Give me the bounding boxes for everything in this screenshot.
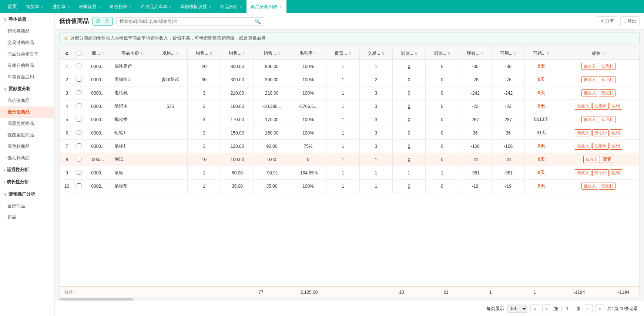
- row-checkbox-cell[interactable]: [74, 166, 84, 180]
- col-s1[interactable]: 销售... ⇅: [188, 47, 221, 60]
- close-analysis-list-tab[interactable]: ×: [279, 4, 282, 9]
- col-browse1[interactable]: 浏览... ⇅: [393, 47, 426, 60]
- row-checkbox-cell[interactable]: [74, 153, 84, 166]
- sidebar-section-marketing[interactable]: ∨ 营销推广分析: [0, 188, 54, 200]
- sidebar-section-overall[interactable]: ∨ 整体信息: [0, 13, 54, 26]
- sidebar-section-flow[interactable]: › 流通性分析: [0, 164, 54, 176]
- nav-product-stock[interactable]: 产成品入库单×: [136, 0, 176, 13]
- row-checkbox-cell[interactable]: [74, 126, 84, 140]
- sidebar-item-low-value[interactable]: 低价值商品: [0, 106, 54, 118]
- row-checkbox-cell[interactable]: [74, 100, 84, 113]
- row-browse1[interactable]: 1: [393, 166, 426, 180]
- export-button[interactable]: ↓ 导出: [620, 16, 640, 26]
- sidebar-item-all-products[interactable]: 全部商品: [0, 200, 54, 212]
- filter-period-button[interactable]: 近一月: [93, 17, 113, 26]
- row-checkbox-cell[interactable]: [74, 140, 84, 153]
- row-browse1[interactable]: 0: [393, 100, 426, 113]
- nav-sales[interactable]: 销货单×: [21, 0, 48, 13]
- row-browse1[interactable]: 0: [393, 126, 426, 140]
- next-page-button[interactable]: ›: [584, 304, 593, 313]
- sidebar-section-growth[interactable]: › 成长性分析: [0, 176, 54, 188]
- row-checkbox-cell[interactable]: [74, 60, 84, 73]
- col-cover[interactable]: 覆盖... ⇅: [326, 47, 359, 60]
- select-all-checkbox[interactable]: [77, 51, 81, 55]
- search-icon[interactable]: 🔍: [255, 18, 261, 24]
- share-button[interactable]: ↗ 分享: [597, 16, 617, 26]
- close-template-tab[interactable]: ×: [209, 4, 211, 9]
- col-s2[interactable]: 销售... ⇅: [221, 47, 254, 60]
- last-page-button[interactable]: »: [596, 304, 604, 313]
- col-settings[interactable]: ⚙: [60, 47, 74, 60]
- row-checkbox-cell[interactable]: [74, 180, 84, 193]
- prev-page-button[interactable]: ‹: [542, 304, 551, 313]
- close-purchase-tab[interactable]: ×: [67, 4, 70, 9]
- row-checkbox[interactable]: [77, 90, 81, 95]
- close-role-tab[interactable]: ×: [129, 4, 131, 9]
- col-days[interactable]: 可销... ⇅: [525, 47, 558, 60]
- first-page-button[interactable]: «: [530, 304, 539, 313]
- col-profit[interactable]: 毛利率 ⇅: [290, 47, 326, 60]
- close-product-tab[interactable]: ×: [169, 4, 171, 9]
- horizontal-scrollbar[interactable]: [59, 298, 640, 301]
- col-stock2[interactable]: 可用... ⇅: [492, 47, 525, 60]
- sidebar-item-inventory-fund[interactable]: 库存资金占用: [0, 71, 54, 83]
- row-checkbox[interactable]: [77, 130, 81, 135]
- col-trade[interactable]: 交易... ⇅: [359, 47, 392, 60]
- row-browse1[interactable]: 0: [393, 180, 426, 193]
- col-name[interactable]: 商品名称 ⇅: [112, 47, 153, 60]
- sidebar-item-high-coverage[interactable]: 高覆盖度商品: [0, 118, 54, 129]
- col-spec[interactable]: 规格... ⇅: [153, 47, 188, 60]
- tag-badge: 低收入: [581, 183, 598, 190]
- col-stock1[interactable]: 现有... ⇅: [459, 47, 492, 60]
- sidebar-item-category-rate[interactable]: 商品分类销售率: [0, 48, 54, 60]
- row-checkbox[interactable]: [77, 183, 81, 188]
- nav-analysis[interactable]: 商品分析×: [216, 0, 246, 13]
- row-browse1[interactable]: 0: [393, 86, 426, 100]
- close-analysis-tab[interactable]: ×: [240, 4, 242, 9]
- row-checkbox[interactable]: [77, 117, 81, 122]
- sidebar-section-contribution[interactable]: ∨ 贡献度分析: [0, 83, 54, 95]
- nav-home[interactable]: 首页: [3, 0, 21, 13]
- col-browse2[interactable]: 浏览... ⇅: [426, 47, 459, 60]
- row-num: 10: [60, 180, 74, 193]
- row-tags: 低收入低毛利: [558, 60, 639, 73]
- sidebar-item-low-coverage[interactable]: 低覆盖度商品: [0, 129, 54, 141]
- row-browse1[interactable]: 0: [393, 73, 426, 86]
- sidebar-item-low-margin[interactable]: 低毛利商品: [0, 152, 54, 164]
- row-checkbox-cell[interactable]: [74, 86, 84, 100]
- row-checkbox[interactable]: [77, 170, 81, 175]
- row-checkbox[interactable]: [77, 64, 81, 68]
- row-checkbox[interactable]: [77, 77, 81, 82]
- row-browse1[interactable]: 0: [393, 60, 426, 73]
- col-code[interactable]: 商... ⇅: [84, 47, 112, 60]
- page-size-select[interactable]: 50 20 100: [507, 305, 527, 313]
- row-checkbox[interactable]: [77, 143, 81, 148]
- scrollbar-thumb[interactable]: [59, 298, 133, 300]
- nav-permission[interactable]: 权限设置×: [74, 0, 105, 13]
- row-checkbox[interactable]: [77, 103, 81, 108]
- search-input[interactable]: [120, 19, 255, 24]
- col-checkbox[interactable]: [74, 47, 84, 60]
- sidebar-item-sales-products[interactable]: 销售类商品: [0, 26, 54, 37]
- col-tags[interactable]: 标签 ⇅: [558, 47, 639, 60]
- row-browse1[interactable]: 0: [393, 153, 426, 166]
- row-checkbox[interactable]: [77, 157, 81, 162]
- row-tags: 低收入低毛利热销: [558, 126, 639, 140]
- row-checkbox-cell[interactable]: [74, 73, 84, 86]
- current-page-input[interactable]: [561, 305, 573, 312]
- sidebar-item-traded-products[interactable]: 交易过的商品: [0, 37, 54, 48]
- close-permission-tab[interactable]: ×: [98, 4, 101, 9]
- row-browse1[interactable]: 0: [393, 113, 426, 126]
- nav-template[interactable]: 单据模板设置×: [176, 0, 215, 13]
- sidebar-item-high-margin[interactable]: 高毛利商品: [0, 141, 54, 152]
- sidebar-item-stock-products[interactable]: 有库存的商品: [0, 60, 54, 71]
- col-s3[interactable]: 销售... ⇅: [254, 47, 290, 60]
- close-sales-tab[interactable]: ×: [41, 4, 43, 9]
- row-checkbox-cell[interactable]: [74, 113, 84, 126]
- sidebar-item-high-value[interactable]: 高价值商品: [0, 95, 54, 106]
- sidebar-item-new-products[interactable]: 新品: [0, 212, 54, 223]
- nav-role[interactable]: 角色授权×: [105, 0, 136, 13]
- nav-analysis-list[interactable]: 商品分析列表×: [246, 0, 286, 13]
- nav-purchase[interactable]: 进货单×: [48, 0, 74, 13]
- row-browse1[interactable]: 0: [393, 140, 426, 153]
